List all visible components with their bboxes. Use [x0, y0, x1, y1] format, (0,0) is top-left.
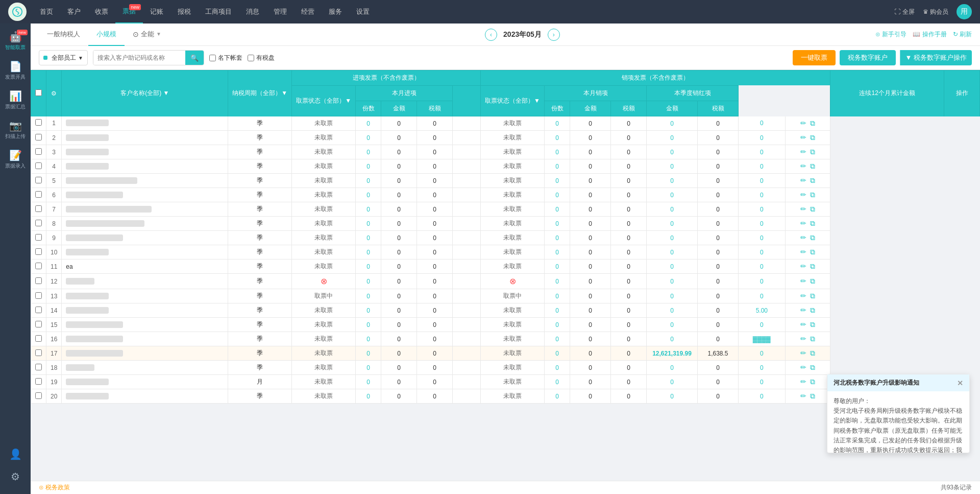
row-in-count-cell[interactable]: 0 — [356, 361, 381, 375]
row-in-count-cell[interactable]: 0 — [356, 303, 381, 318]
copy-icon[interactable]: ⧉ — [810, 363, 815, 371]
row-out-count-cell[interactable]: 0 — [545, 332, 570, 346]
copy-icon[interactable]: ⧉ — [810, 292, 815, 300]
copy-icon[interactable]: ⧉ — [810, 133, 815, 142]
row-checkbox-cell[interactable] — [31, 289, 46, 303]
row-in-count-cell[interactable]: 0 — [356, 131, 381, 145]
row-checkbox-cell[interactable] — [31, 274, 46, 289]
refund-amount[interactable]: 0 — [670, 120, 674, 127]
copy-icon[interactable]: ⧉ — [810, 148, 815, 156]
nav-client[interactable]: 客户 — [60, 0, 88, 23]
row-in-count-cell[interactable]: 0 — [356, 289, 381, 303]
row-checkbox[interactable] — [35, 321, 42, 327]
row-checkbox[interactable] — [35, 191, 42, 198]
row-name-cell[interactable]: ████████████████████ — [62, 174, 228, 188]
row-accumulated-cell[interactable]: 0 — [739, 159, 786, 174]
row-checkbox-cell[interactable] — [31, 131, 46, 145]
edit-icon[interactable]: ✏ — [800, 148, 806, 156]
row-checkbox[interactable] — [35, 392, 42, 399]
row-in-count-cell[interactable]: 0 — [356, 318, 381, 332]
accumulated-link[interactable]: 0 — [760, 163, 764, 170]
row-out-count-cell[interactable]: 0 — [545, 375, 570, 389]
row-out-count-cell[interactable]: 0 — [545, 145, 570, 159]
digital-account-btn[interactable]: 税务数字账户 — [840, 50, 896, 65]
edit-icon[interactable]: ✏ — [800, 219, 806, 227]
row-accumulated-cell[interactable]: 0 — [739, 145, 786, 159]
row-accumulated-cell[interactable]: 0 — [739, 217, 786, 231]
accumulated-link[interactable]: 0 — [760, 234, 764, 242]
row-checkbox[interactable] — [35, 234, 42, 241]
copy-icon[interactable]: ⧉ — [810, 219, 815, 227]
row-checkbox[interactable] — [35, 277, 42, 284]
row-accumulated-cell[interactable]: 0 — [739, 289, 786, 303]
row-out-count-cell[interactable]: 0 — [545, 174, 570, 188]
accumulated-link[interactable]: 0 — [760, 263, 764, 270]
refund-amount[interactable]: 0 — [670, 192, 674, 199]
edit-icon[interactable]: ✏ — [800, 233, 806, 242]
row-checkbox-cell[interactable] — [31, 174, 46, 188]
accumulated-link[interactable]: ▓▓▓▓ — [753, 336, 771, 343]
refund-amount[interactable]: 0 — [670, 336, 674, 343]
row-checkbox[interactable] — [35, 162, 42, 169]
row-checkbox[interactable] — [35, 220, 42, 226]
copy-icon[interactable]: ⧉ — [810, 233, 815, 242]
refund-amount[interactable]: 0 — [670, 321, 674, 328]
row-checkbox-cell[interactable] — [31, 318, 46, 332]
row-checkbox[interactable] — [35, 364, 42, 370]
row-out-count-cell[interactable]: 0 — [545, 245, 570, 260]
copy-icon[interactable]: ⧉ — [810, 378, 815, 386]
tab-general-taxpayer[interactable]: 一般纳税人 — [39, 23, 88, 46]
user-avatar[interactable]: 用 — [957, 4, 972, 19]
edit-icon[interactable]: ✏ — [800, 176, 806, 184]
row-checkbox[interactable] — [35, 248, 42, 255]
row-out-count-cell[interactable]: 0 — [545, 159, 570, 174]
row-name-cell[interactable]: ████████████████ — [62, 332, 228, 346]
row-checkbox[interactable] — [35, 307, 42, 313]
row-in-count-cell[interactable]: 0 — [356, 346, 381, 361]
accumulated-link[interactable]: 0 — [760, 149, 764, 156]
sidebar-item-gear[interactable]: ⚙ — [1, 467, 30, 486]
accumulated-link[interactable]: 0 — [760, 364, 764, 371]
tab-all[interactable]: ⊙ 全能 ▼ — [125, 23, 169, 46]
edit-icon[interactable]: ✏ — [800, 277, 806, 285]
copy-icon[interactable]: ⧉ — [810, 349, 815, 357]
nav-service[interactable]: 服务 — [322, 0, 349, 23]
row-accumulated-cell[interactable]: 0 — [739, 375, 786, 389]
row-out-count-cell[interactable]: 0 — [545, 202, 570, 217]
nav-home[interactable]: 首页 — [33, 0, 60, 23]
nav-receive[interactable]: 收票 — [88, 0, 115, 23]
row-in-count-cell[interactable]: 0 — [356, 116, 381, 131]
refund-amount[interactable]: 0 — [670, 393, 674, 400]
refresh-btn[interactable]: ↻ 刷新 — [953, 30, 972, 39]
edit-icon[interactable]: ✏ — [800, 205, 806, 213]
row-accumulated-cell[interactable]: 0 — [739, 274, 786, 289]
nav-manage[interactable]: 管理 — [266, 0, 294, 23]
accumulated-link[interactable]: 0 — [760, 206, 764, 213]
row-accumulated-cell[interactable]: 0 — [739, 346, 786, 361]
row-in-count-cell[interactable]: 0 — [356, 274, 381, 289]
row-checkbox[interactable] — [35, 378, 42, 385]
refund-amount[interactable]: 12,621,319.99 — [652, 350, 692, 357]
nav-tax[interactable]: 报税 — [170, 0, 198, 23]
th-client-name[interactable]: 客户名称(全部) ▼ — [62, 70, 228, 116]
filter-checkbox-taxdisk[interactable]: 有税盘 — [248, 54, 275, 62]
row-accumulated-cell[interactable]: 0 — [739, 202, 786, 217]
row-checkbox-cell[interactable] — [31, 217, 46, 231]
row-name-cell[interactable]: ████████████ — [62, 145, 228, 159]
row-checkbox-cell[interactable] — [31, 303, 46, 318]
row-checkbox[interactable] — [35, 148, 42, 155]
row-accumulated-cell[interactable]: 0 — [739, 389, 786, 404]
edit-icon[interactable]: ✏ — [800, 363, 806, 371]
row-in-count-cell[interactable]: 0 — [356, 188, 381, 202]
row-in-count-cell[interactable]: 0 — [356, 332, 381, 346]
row-in-count-cell[interactable]: 0 — [356, 159, 381, 174]
accumulated-link[interactable]: 0 — [760, 393, 764, 400]
copy-icon[interactable]: ⧉ — [810, 248, 815, 256]
edit-icon[interactable]: ✏ — [800, 133, 806, 142]
row-accumulated-cell[interactable]: 0 — [739, 116, 786, 131]
row-checkbox[interactable] — [35, 205, 42, 212]
row-name-cell[interactable]: ████████████████ — [62, 346, 228, 361]
row-accumulated-cell[interactable]: ▓▓▓▓ — [739, 332, 786, 346]
row-accumulated-cell[interactable]: 0 — [739, 131, 786, 145]
refund-amount[interactable]: 0 — [670, 206, 674, 213]
